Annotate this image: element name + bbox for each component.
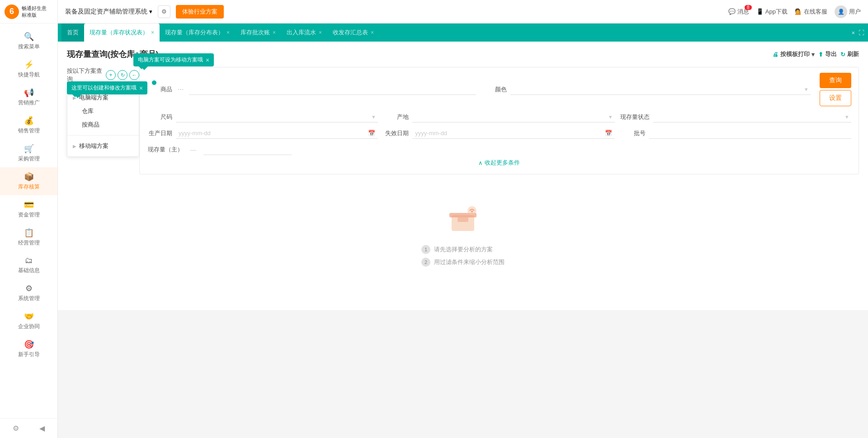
color-select[interactable]: ▾: [510, 84, 811, 95]
mfg-date-picker[interactable]: yyyy-mm-dd 📅: [176, 128, 378, 139]
tab-batch-account[interactable]: 库存批次账 ×: [235, 24, 281, 42]
back-scheme-button[interactable]: ←: [129, 70, 139, 80]
stock-status-select[interactable]: ▾: [653, 112, 851, 122]
sidebar-item-purchase[interactable]: 🛒 采购管理: [0, 139, 57, 167]
user-menu[interactable]: 👤 用户: [835, 5, 861, 18]
tab-bar: 首页 现存量（库存状况表） × 现存量（库存分布表） × 库存批次账 × 出入库…: [58, 24, 868, 42]
tab-inventory-dist-label: 现存量（库存分布表）: [165, 28, 224, 37]
tab-summary[interactable]: 收发存汇总表 ×: [327, 24, 379, 42]
filter-field-goods: 商品 ···: [147, 84, 476, 95]
sidebar-item-enterprise[interactable]: 🤝 企业协同: [0, 307, 57, 335]
empty-step-2: 2 用过滤条件来缩小分析范围: [421, 258, 505, 267]
tab-batch-account-close[interactable]: ×: [273, 29, 276, 36]
finance-icon: 💳: [24, 200, 34, 210]
main-content: 装备及固定资产辅助管理系统 ▾ ⚙ 体验行业方案 💬 消息 8 📱 App下载 …: [58, 0, 868, 438]
tab-batch-account-label: 库存批次账: [241, 28, 270, 37]
tab-inout-flow-close[interactable]: ×: [319, 29, 322, 36]
exp-date-picker[interactable]: yyyy-mm-dd 📅: [412, 128, 614, 139]
refresh-button[interactable]: ↻ 刷新: [840, 50, 859, 58]
sidebar-item-marketing[interactable]: 📢 营销推广: [0, 83, 57, 111]
step-1-text: 请先选择要分析的方案: [434, 245, 493, 254]
step-2-num: 2: [421, 258, 430, 267]
tab-inventory-dist[interactable]: 现存量（库存分布表） ×: [160, 24, 235, 42]
tab-inventory-dist-close[interactable]: ×: [226, 29, 230, 36]
sidebar-item-sales[interactable]: 💰 销售管理: [0, 111, 57, 139]
sidebar-settings-button[interactable]: ⚙: [13, 424, 19, 433]
search-button[interactable]: 查询: [820, 73, 851, 88]
sidebar-item-label: 采购管理: [18, 155, 40, 163]
sidebar-item-guide[interactable]: 🎯 新手引导: [0, 335, 57, 363]
system-name: 装备及固定资产辅助管理系统: [65, 8, 147, 16]
export-button[interactable]: ⬆ 导出: [818, 50, 837, 58]
size-dropdown-icon: ▾: [372, 113, 375, 120]
tab-home[interactable]: 首页: [61, 24, 84, 42]
goods-dots[interactable]: ···: [176, 85, 185, 94]
tab-summary-close[interactable]: ×: [371, 29, 374, 36]
sidebar-item-finance[interactable]: 💳 资金管理: [0, 195, 57, 223]
sidebar-item-label: 营销推广: [18, 99, 40, 107]
mfg-date-label: 生产日期: [147, 129, 172, 137]
search-icon: 🔍: [24, 32, 34, 42]
sidebar-item-management[interactable]: 📋 经营管理: [0, 223, 57, 251]
exp-calendar-icon: 📅: [605, 130, 612, 137]
sidebar-item-basicinfo[interactable]: 🗂 基础信息: [0, 251, 57, 279]
tab-bar-right: × ⛶: [851, 29, 864, 36]
tab-inventory-status[interactable]: 现存量（库存状况表） ×: [84, 24, 160, 42]
experience-button[interactable]: 体验行业方案: [176, 5, 224, 19]
batch-label: 批号: [620, 129, 646, 137]
origin-dropdown-icon: ▾: [609, 113, 612, 120]
collapse-button[interactable]: ∧ 收起更多条件: [147, 155, 851, 169]
tab-inventory-status-close[interactable]: ×: [151, 29, 154, 36]
scheme-item-goods[interactable]: 按商品: [76, 118, 139, 132]
nav-icon: ⚡: [24, 60, 34, 70]
sidebar-item-label: 资金管理: [18, 211, 40, 219]
tooltip-edit-close[interactable]: ×: [139, 85, 143, 92]
sidebar-item-label: 基础信息: [18, 267, 40, 274]
goods-label: 商品: [147, 85, 172, 94]
filter-field-origin: 产地 ▾: [383, 112, 614, 122]
tab-close-all-button[interactable]: ×: [851, 29, 855, 36]
print-button[interactable]: 🖨 按模板打印 ▾: [773, 50, 815, 58]
svg-rect-2: [458, 217, 468, 222]
scheme-item-mobile[interactable]: ▶ 移动端方案: [67, 139, 139, 153]
exp-date-placeholder: yyyy-mm-dd: [415, 130, 447, 137]
tooltip-pc-close[interactable]: ×: [206, 57, 209, 64]
filter-field-size: 尺码 ▾: [147, 112, 378, 122]
sidebar-item-search[interactable]: 🔍 搜索菜单: [0, 27, 57, 55]
goods-input[interactable]: [189, 84, 476, 95]
batch-input[interactable]: [649, 128, 851, 139]
filter-field-mfg-date: 生产日期 yyyy-mm-dd 📅: [147, 128, 378, 139]
tab-inout-flow-label: 出入库流水: [287, 28, 316, 37]
refresh-icon: ↻: [840, 51, 845, 58]
marketing-icon: 📢: [24, 88, 34, 98]
management-icon: 📋: [24, 228, 34, 238]
reset-button[interactable]: 设置: [820, 90, 851, 106]
page-content: 现存量查询(按仓库+商品) 🖨 按模板打印 ▾ ⬆ 导出 ↻ 刷新: [58, 42, 868, 438]
header-right: 💬 消息 8 📱 App下载 💁 在线客服 👤 用户: [728, 5, 861, 18]
sidebar-nav: 🔍 搜索菜单 ⚡ 快捷导航 📢 营销推广 💰 销售管理 🛒 采购管理 📦 库存核…: [0, 24, 57, 418]
origin-label: 产地: [383, 113, 409, 121]
refresh-scheme-button[interactable]: ↻: [118, 70, 127, 80]
sidebar-item-label: 新手引导: [18, 351, 40, 358]
app-download-button[interactable]: 📱 App下载: [756, 8, 788, 16]
system-name-dropdown[interactable]: 装备及固定资产辅助管理系统 ▾: [65, 8, 152, 16]
sidebar-item-system[interactable]: ⚙ 系统管理: [0, 279, 57, 307]
sidebar-collapse-button[interactable]: ◀: [39, 424, 45, 433]
origin-select[interactable]: ▾: [412, 112, 614, 122]
sidebar-item-nav[interactable]: ⚡ 快捷导航: [0, 55, 57, 83]
size-select[interactable]: ▾: [176, 112, 378, 122]
scheme-dot-indicator: [152, 80, 156, 85]
add-scheme-button[interactable]: +: [106, 70, 116, 80]
settings-gear-button[interactable]: ⚙: [158, 5, 170, 18]
online-service-button[interactable]: 💁 在线客服: [795, 8, 827, 16]
tab-inout-flow[interactable]: 出入库流水 ×: [281, 24, 327, 42]
stock-main-input[interactable]: [203, 144, 292, 155]
tab-expand-button[interactable]: ⛶: [859, 29, 864, 36]
sidebar-item-inventory[interactable]: 📦 库存核算: [0, 167, 57, 195]
print-label: 按模板打印: [780, 50, 810, 58]
scheme-item-warehouse[interactable]: 仓库: [76, 104, 139, 118]
empty-illustration: [445, 202, 481, 238]
system-icon: ⚙: [25, 283, 33, 293]
content-panel: 现存量查询(按仓库+商品) 🖨 按模板打印 ▾ ⬆ 导出 ↻ 刷新: [58, 42, 868, 310]
message-button[interactable]: 💬 消息 8: [728, 8, 749, 16]
